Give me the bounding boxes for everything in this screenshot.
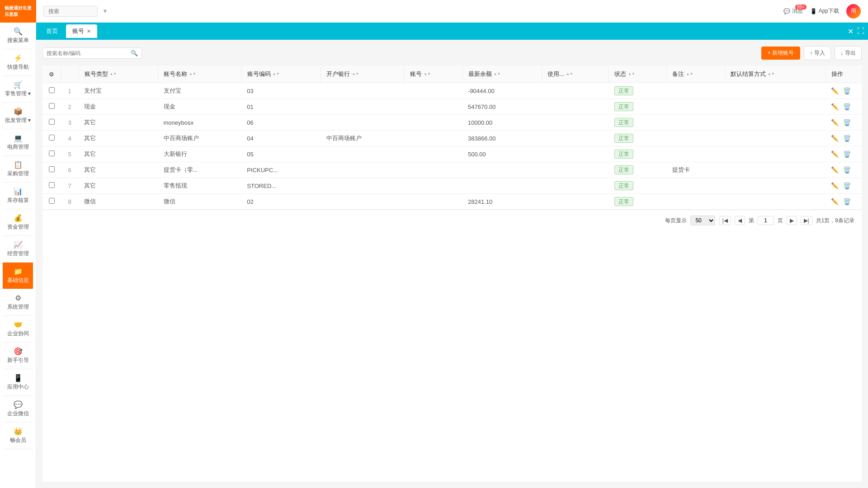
delete-icon-6[interactable]: 🗑️ bbox=[843, 182, 851, 189]
delete-icon-7[interactable]: 🗑️ bbox=[843, 198, 851, 205]
row-remark-6 bbox=[667, 178, 725, 194]
th-status[interactable]: 状态▲▼ bbox=[609, 66, 667, 83]
row-balance-3: 383866.00 bbox=[462, 131, 542, 146]
delete-icon-4[interactable]: 🗑️ bbox=[843, 150, 851, 158]
pagination: 每页显示 50 100 200 |◀ ◀ 第 页 ▶ ▶| 共1页，8条记录 bbox=[42, 210, 862, 231]
sidebar-item-6[interactable]: 📊库存核算 bbox=[3, 183, 33, 209]
row-checkbox-7[interactable] bbox=[42, 194, 61, 210]
edit-icon-3[interactable]: ✏️ bbox=[831, 135, 839, 142]
row-checkbox-6[interactable] bbox=[42, 178, 61, 194]
sidebar-item-4[interactable]: 💻电商管理 bbox=[3, 129, 33, 156]
row-checkbox-1[interactable] bbox=[42, 99, 61, 115]
delete-icon-1[interactable]: 🗑️ bbox=[843, 103, 851, 110]
sidebar-item-7[interactable]: 💰资金管理 bbox=[3, 209, 33, 236]
delete-icon-3[interactable]: 🗑️ bbox=[843, 135, 851, 142]
edit-icon-5[interactable]: ✏️ bbox=[831, 166, 839, 174]
row-checkbox-0[interactable] bbox=[42, 83, 61, 99]
sidebar-item-9[interactable]: 📁基础信息 bbox=[3, 263, 33, 289]
sidebar-icon-8: 📈 bbox=[5, 240, 31, 249]
table-row: 1 支付宝 支付宝 03 -90444.00 正常 ✏️ 🗑️ bbox=[42, 83, 862, 99]
th-usage[interactable]: 使用...▲▼ bbox=[542, 66, 609, 83]
sidebar-item-0[interactable]: 🔍搜索菜单 bbox=[3, 23, 33, 49]
tab-minimize-icon[interactable]: ✕ bbox=[848, 27, 854, 36]
add-account-button[interactable]: + 新增账号 bbox=[761, 47, 800, 60]
edit-icon-4[interactable]: ✏️ bbox=[831, 150, 839, 158]
last-page-button[interactable]: ▶| bbox=[801, 216, 812, 225]
tab-account[interactable]: 账号 ✕ bbox=[66, 24, 97, 38]
sidebar-item-13[interactable]: 📱应用中心 bbox=[3, 369, 33, 396]
messages-button[interactable]: 💬 消息 99+ bbox=[783, 7, 803, 15]
row-usage-2 bbox=[542, 115, 609, 131]
row-checkbox-5[interactable] bbox=[42, 162, 61, 178]
sidebar-label-3: 批发管理 ▾ bbox=[5, 117, 31, 124]
row-status-1: 正常 bbox=[609, 99, 667, 115]
sidebar-item-3[interactable]: 📦批发管理 ▾ bbox=[3, 103, 33, 129]
top-search-input[interactable] bbox=[43, 6, 98, 17]
th-account[interactable]: 账号▲▼ bbox=[405, 66, 462, 83]
delete-icon-5[interactable]: 🗑️ bbox=[843, 166, 851, 174]
row-balance-5 bbox=[462, 162, 542, 178]
sidebar-item-10[interactable]: ⚙系统管理 bbox=[3, 289, 33, 316]
edit-icon-0[interactable]: ✏️ bbox=[831, 87, 839, 94]
tab-home[interactable]: 首页 bbox=[40, 24, 64, 38]
row-account-3 bbox=[405, 131, 462, 146]
th-balance-label: 最新余额 bbox=[468, 70, 492, 78]
row-type-3: 其它 bbox=[79, 131, 158, 146]
dropdown-icon[interactable]: ▼ bbox=[102, 8, 108, 14]
sidebar-item-1[interactable]: ⚡快捷导航 bbox=[3, 49, 33, 76]
search-icon[interactable]: 🔍 bbox=[131, 50, 138, 56]
row-code-6: STORED... bbox=[241, 178, 321, 194]
row-account-2 bbox=[405, 115, 462, 131]
edit-icon-1[interactable]: ✏️ bbox=[831, 103, 839, 110]
page-size-label: 每页显示 bbox=[665, 217, 687, 225]
row-checkbox-2[interactable] bbox=[42, 115, 61, 131]
search-box[interactable]: 🔍 bbox=[42, 47, 142, 59]
sidebar-item-14[interactable]: 💬企业微信 bbox=[3, 396, 33, 422]
app-download-button[interactable]: 📱 App下载 bbox=[810, 7, 839, 15]
edit-icon-7[interactable]: ✏️ bbox=[831, 198, 839, 205]
th-bank[interactable]: 开户银行▲▼ bbox=[321, 66, 405, 83]
sidebar-icon-15: 👑 bbox=[5, 427, 31, 436]
row-checkbox-3[interactable] bbox=[42, 131, 61, 146]
row-action-2: ✏️ 🗑️ bbox=[826, 115, 862, 131]
sidebar-item-11[interactable]: 🤝企业协同 bbox=[3, 316, 33, 343]
edit-icon-6[interactable]: ✏️ bbox=[831, 182, 839, 189]
search-input[interactable] bbox=[47, 50, 128, 56]
row-remark-3 bbox=[667, 131, 725, 146]
row-status-0: 正常 bbox=[609, 83, 667, 99]
row-checkbox-4[interactable] bbox=[42, 146, 61, 162]
export-button[interactable]: ↓ 导出 bbox=[835, 46, 862, 60]
row-settle-3 bbox=[725, 131, 826, 146]
import-button[interactable]: ↑ 导入 bbox=[804, 46, 831, 60]
th-gear[interactable]: ⚙ bbox=[42, 66, 61, 83]
row-num-6: 7 bbox=[61, 178, 79, 194]
toolbar-right: + 新增账号 ↑ 导入 ↓ 导出 bbox=[761, 46, 862, 60]
page-number-input[interactable] bbox=[758, 216, 774, 225]
row-balance-7: 28241.10 bbox=[462, 194, 542, 210]
row-remark-2 bbox=[667, 115, 725, 131]
th-default-settle[interactable]: 默认结算方式▲▼ bbox=[725, 66, 826, 83]
sidebar-item-8[interactable]: 📈经营管理 bbox=[3, 236, 33, 263]
th-name[interactable]: 账号名称▲▼ bbox=[158, 66, 242, 83]
sidebar-item-15[interactable]: 👑畅会员 bbox=[3, 422, 33, 449]
th-default-settle-label: 默认结算方式 bbox=[731, 70, 766, 78]
edit-icon-2[interactable]: ✏️ bbox=[831, 119, 839, 126]
th-type[interactable]: 账号类型▲▼ bbox=[79, 66, 158, 83]
th-remark[interactable]: 备注▲▼ bbox=[667, 66, 725, 83]
th-code[interactable]: 账号编码▲▼ bbox=[241, 66, 321, 83]
prev-page-button[interactable]: ◀ bbox=[735, 216, 745, 225]
first-page-button[interactable]: |◀ bbox=[719, 216, 731, 225]
main-area: ▼ 💬 消息 99+ 📱 App下载 用 首页 账号 ✕ ✕ ⛶ bbox=[36, 0, 868, 488]
page-size-select[interactable]: 50 100 200 bbox=[690, 216, 715, 225]
delete-icon-2[interactable]: 🗑️ bbox=[843, 119, 851, 126]
row-code-4: 05 bbox=[241, 146, 321, 162]
user-avatar[interactable]: 用 bbox=[846, 4, 861, 19]
sidebar-item-12[interactable]: 🎯新手引导 bbox=[3, 343, 33, 369]
sidebar-item-2[interactable]: 🛒零售管理 ▾ bbox=[3, 76, 33, 103]
th-balance[interactable]: 最新余额▲▼ bbox=[462, 66, 542, 83]
tab-maximize-icon[interactable]: ⛶ bbox=[857, 27, 864, 36]
next-page-button[interactable]: ▶ bbox=[787, 216, 797, 225]
tab-account-close[interactable]: ✕ bbox=[87, 28, 91, 34]
delete-icon-0[interactable]: 🗑️ bbox=[843, 87, 851, 94]
sidebar-item-5[interactable]: 📋采购管理 bbox=[3, 156, 33, 183]
